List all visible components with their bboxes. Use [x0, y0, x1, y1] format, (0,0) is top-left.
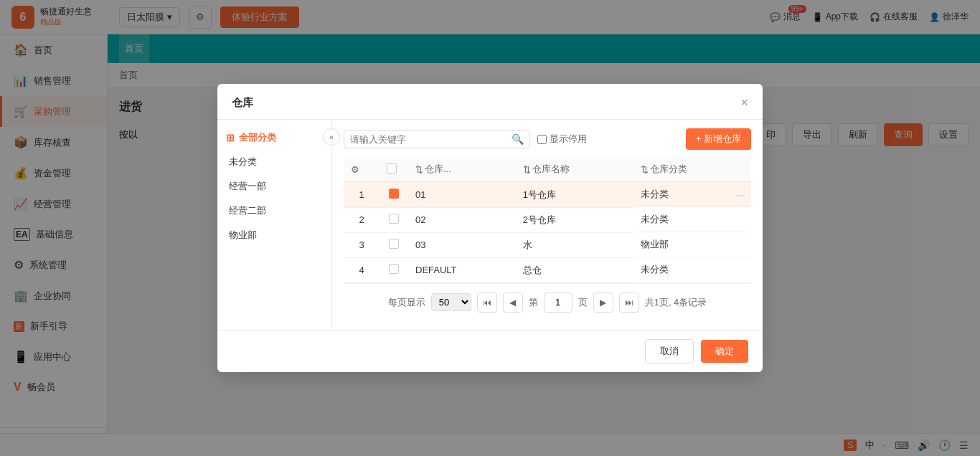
grid-icon: ⊞ — [226, 132, 235, 143]
cancel-button[interactable]: 取消 — [645, 339, 694, 364]
row-code: 01 — [408, 182, 516, 208]
search-box: 🔍 — [344, 130, 530, 148]
show-disabled-checkbox[interactable] — [537, 135, 547, 144]
modal-close-button[interactable]: × — [740, 95, 748, 110]
table-row[interactable]: 4 DEFAULT 总仓 未分类 — [344, 257, 751, 282]
search-icon: 🔍 — [512, 133, 524, 145]
table-row[interactable]: 2 02 2号仓库 未分类 — [344, 207, 751, 232]
row-checkbox-cell — [380, 232, 408, 257]
first-page-button[interactable]: ⏮ — [477, 293, 497, 313]
row-checkbox-cell — [380, 257, 408, 282]
last-page-button[interactable]: ⏭ — [619, 293, 639, 313]
row-index: 1 — [344, 182, 380, 208]
th-gear: ⚙ — [344, 157, 380, 182]
total-info: 共1页, 4条记录 — [645, 296, 707, 309]
row-category: 物业部 — [633, 232, 751, 257]
row-actions[interactable]: ··· — [736, 189, 744, 200]
confirm-button[interactable]: 确定 — [701, 340, 748, 363]
cat-all-label: 全部分类 — [239, 131, 276, 144]
th-code: ⇅ 仓库... — [408, 157, 516, 182]
next-page-button[interactable]: ▶ — [593, 293, 613, 313]
page-unit: 页 — [578, 296, 588, 309]
modal-overlay[interactable]: 仓库 × « ⊞ 全部分类 未分类 经营一部 — [0, 0, 980, 456]
row-category: 未分类 ··· — [633, 182, 751, 207]
modal-title: 仓库 — [232, 96, 253, 110]
row-checkbox[interactable] — [389, 214, 399, 224]
sort-icon2: ⇅ — [523, 164, 531, 175]
th-check — [380, 157, 408, 182]
table-toolbar: 🔍 显示停用 + 新增仓库 — [344, 128, 751, 150]
table-area: 🔍 显示停用 + 新增仓库 ⚙ — [332, 120, 763, 330]
row-name: 2号仓库 — [516, 207, 633, 232]
row-index: 2 — [344, 207, 380, 232]
row-checkbox-cell — [380, 207, 408, 232]
warehouse-table: ⚙ ⇅ 仓库... — [344, 157, 751, 283]
collapse-icon: « — [329, 133, 334, 141]
table-row[interactable]: 1 01 1号仓库 未分类 ··· — [344, 182, 751, 208]
sort-icon3: ⇅ — [641, 164, 649, 175]
modal-body: « ⊞ 全部分类 未分类 经营一部 经营二部 物业部 — [217, 120, 763, 330]
row-checkbox[interactable] — [389, 264, 399, 274]
row-index: 4 — [344, 257, 380, 282]
cat-dept1[interactable]: 经营一部 — [217, 174, 331, 199]
pagination: 每页显示 50 10 20 100 ⏮ ◀ 第 页 ▶ ⏭ 共1页, 4条记录 — [344, 283, 751, 321]
row-code: 03 — [408, 232, 516, 257]
row-checkbox[interactable] — [389, 189, 399, 199]
modal-header: 仓库 × — [217, 84, 763, 120]
page-number-input[interactable] — [544, 293, 573, 313]
header-checkbox[interactable] — [387, 163, 397, 174]
show-disabled-label[interactable]: 显示停用 — [537, 133, 587, 146]
th-category: ⇅ 仓库分类 — [633, 157, 751, 182]
cat-all[interactable]: ⊞ 全部分类 — [217, 125, 331, 150]
page-label: 第 — [529, 296, 538, 309]
table-header-row: ⚙ ⇅ 仓库... — [344, 157, 751, 182]
gear-header-icon[interactable]: ⚙ — [351, 164, 359, 175]
table-row[interactable]: 3 03 水 物业部 — [344, 232, 751, 257]
cat-dept2[interactable]: 经营二部 — [217, 199, 331, 223]
row-name: 水 — [516, 232, 633, 257]
row-code: DEFAULT — [408, 257, 516, 282]
warehouse-modal: 仓库 × « ⊞ 全部分类 未分类 经营一部 — [217, 84, 763, 372]
per-page-select[interactable]: 50 10 20 100 — [431, 293, 471, 311]
row-category: 未分类 — [633, 207, 751, 232]
row-code: 02 — [408, 207, 516, 232]
th-name: ⇅ 仓库名称 — [516, 157, 633, 182]
row-name: 总仓 — [516, 257, 633, 282]
per-page-label: 每页显示 — [388, 296, 425, 309]
row-index: 3 — [344, 232, 380, 257]
add-warehouse-button[interactable]: + 新增仓库 — [686, 128, 751, 150]
search-input[interactable] — [350, 134, 512, 145]
row-category: 未分类 — [633, 257, 751, 282]
row-checkbox[interactable] — [389, 239, 399, 249]
prev-page-button[interactable]: ◀ — [503, 293, 523, 313]
sort-icon: ⇅ — [415, 164, 423, 175]
row-name: 1号仓库 — [516, 182, 633, 208]
cat-unclassified[interactable]: 未分类 — [217, 150, 331, 174]
category-sidebar: « ⊞ 全部分类 未分类 经营一部 经营二部 物业部 — [217, 120, 332, 330]
row-checkbox-cell — [380, 182, 408, 208]
cat-property[interactable]: 物业部 — [217, 223, 331, 247]
modal-footer: 取消 确定 — [217, 330, 763, 372]
